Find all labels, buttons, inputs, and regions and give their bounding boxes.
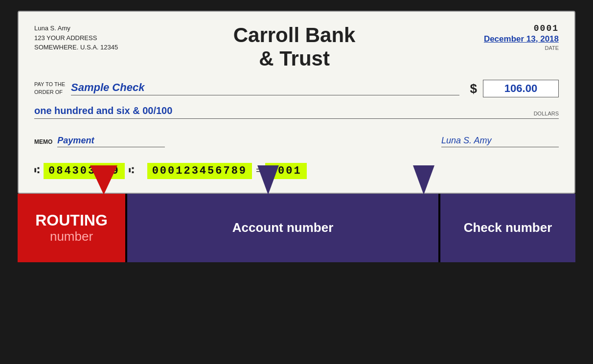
routing-title: ROUTING bbox=[35, 212, 108, 229]
routing-arrow bbox=[90, 165, 117, 195]
memo-line: Payment bbox=[57, 134, 165, 147]
payee-value: Sample Check bbox=[71, 81, 144, 94]
amount-numeric: 106.00 bbox=[504, 82, 537, 95]
signature-line: Luna S. Amy bbox=[441, 134, 559, 147]
check-arrow bbox=[413, 165, 434, 195]
check-header: Luna S. Amy 123 YOUR ADDRESS SOMEWHERE. … bbox=[34, 23, 559, 71]
pay-to-label: PAY TO THE ORDER OF bbox=[34, 81, 65, 96]
micr-right-symbol: ⑆ bbox=[129, 166, 134, 176]
routing-subtitle: number bbox=[50, 229, 93, 244]
account-number-label: Account number bbox=[232, 220, 334, 235]
pay-to-row: PAY TO THE ORDER OF Sample Check $ 106.0… bbox=[34, 80, 559, 97]
micr-account-left-symbol bbox=[138, 166, 143, 176]
micr-left-symbol: ⑆ bbox=[34, 166, 40, 176]
memo-sig-row: MEMO Payment Luna S. Amy bbox=[34, 134, 559, 147]
memo-value: Payment bbox=[57, 136, 94, 146]
bank-name: Carroll Bank & Trust bbox=[118, 23, 471, 71]
check-number-label: Check number bbox=[464, 220, 552, 235]
bottom-labels-section: ROUTING number Account number Check numb… bbox=[18, 194, 575, 262]
account-arrow bbox=[257, 165, 279, 195]
payee-line: Sample Check bbox=[71, 82, 459, 95]
memo-section: MEMO Payment bbox=[34, 134, 165, 147]
amount-box: 106.00 bbox=[483, 80, 559, 97]
check-number-display: 0001 bbox=[471, 23, 559, 33]
check-top-right: 0001 December 13, 2018 DATE bbox=[471, 23, 559, 51]
check-number-badge: Check number bbox=[438, 194, 575, 262]
check-date: December 13, 2018 bbox=[471, 34, 559, 44]
owner-name: Luna S. Amy bbox=[34, 23, 118, 33]
owner-address1: 123 YOUR ADDRESS bbox=[34, 33, 118, 43]
amount-words-row: one hundred and six & 00/100 DOLLARS bbox=[34, 105, 559, 119]
owner-info: Luna S. Amy 123 YOUR ADDRESS SOMEWHERE. … bbox=[34, 23, 118, 52]
dollars-label: DOLLARS bbox=[534, 111, 559, 116]
dollar-sign: $ bbox=[470, 81, 477, 97]
date-label: DATE bbox=[471, 45, 559, 51]
signature-value: Luna S. Amy bbox=[441, 136, 491, 146]
routing-badge: ROUTING number bbox=[18, 194, 125, 262]
owner-address2: SOMEWHERE. U.S.A. 12345 bbox=[34, 43, 118, 52]
amount-words: one hundred and six & 00/100 bbox=[34, 105, 172, 116]
memo-label: MEMO bbox=[34, 138, 52, 147]
account-number-micr: 000123456789 bbox=[147, 163, 252, 179]
account-number-badge: Account number bbox=[125, 194, 438, 262]
